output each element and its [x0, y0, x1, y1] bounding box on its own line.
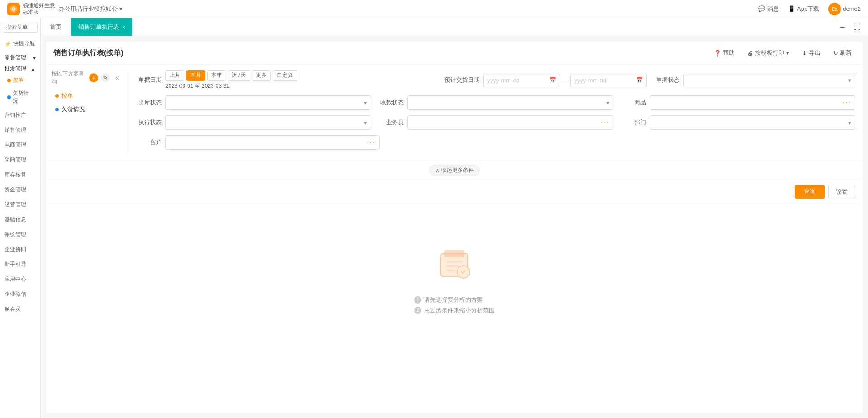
tab-home[interactable]: 首页	[41, 18, 71, 36]
sidebar: ⚡ 快捷导航 零售管理 ▾ 批发管理 ▲ 按单 欠货情况 营销推广 销售管理 电…	[0, 18, 41, 418]
receive-status-select[interactable]: ▾	[407, 95, 613, 110]
scheme-dot-blue	[55, 108, 59, 111]
svg-rect-3	[446, 261, 462, 262]
refresh-btn[interactable]: ↻ 刷新	[830, 47, 855, 59]
filter-row-1: 单据日期 上月 本月 本年 近7天 更多 自定义	[135, 70, 855, 90]
goods-dots-icon[interactable]: ···	[843, 99, 851, 107]
sidebar-section-wholesale[interactable]: 批发管理 ▲	[0, 62, 40, 74]
bill-status-select[interactable]: ▾	[683, 73, 855, 87]
tab-sales-order[interactable]: 销售订单执行表 ×	[71, 18, 132, 36]
out-status-chevron: ▾	[364, 100, 367, 106]
sidebar-item-newuser[interactable]: 新手引导	[0, 257, 40, 272]
department-label: 部门	[619, 119, 646, 127]
sidebar-item-purchase[interactable]: 采购管理	[0, 152, 40, 167]
expected-start-input[interactable]: yyyy-mm-dd 📅	[483, 73, 560, 87]
goods-select[interactable]: ···	[650, 95, 855, 110]
salesperson-select[interactable]: ···	[407, 115, 613, 130]
sidebar-item-system[interactable]: 系统管理	[0, 227, 40, 242]
expected-end-input[interactable]: yyyy-mm-dd 📅	[570, 73, 647, 87]
date-tag-this-month[interactable]: 本月	[186, 70, 205, 81]
sidebar-item-sales[interactable]: 销售管理	[0, 123, 40, 138]
filter-receive-status-field: 收款状态 ▾	[377, 95, 613, 110]
add-scheme-btn[interactable]: +	[89, 73, 98, 82]
collapse-scheme-btn[interactable]: «	[113, 73, 122, 82]
sidebar-item-finance[interactable]: 资金管理	[0, 182, 40, 197]
department-select[interactable]: ▾	[650, 115, 855, 130]
goods-label: 商品	[619, 99, 646, 107]
date-tag-last-month[interactable]: 上月	[165, 70, 184, 81]
filter-exec-status-field: 执行状态 ▾	[135, 115, 371, 130]
sidebar-section-retail[interactable]: 零售管理 ▾	[0, 51, 40, 62]
filter-row-4: 客户 ···	[135, 135, 855, 150]
tab-minimize-btn[interactable]: ─	[837, 22, 848, 33]
date-tag-more[interactable]: 更多	[252, 70, 271, 81]
exec-status-chevron: ▾	[364, 119, 367, 126]
salesperson-label: 业务员	[377, 119, 404, 127]
empty-illustration	[432, 240, 477, 285]
calendar-start-icon: 📅	[549, 77, 556, 83]
app-selector[interactable]: 办公用品行业模拟账套 ▾	[59, 5, 123, 13]
bill-status-label: 单据状态	[652, 76, 679, 84]
date-tag-row: 上月 本月 本年 近7天 更多 自定义	[165, 70, 439, 81]
refresh-icon: ↻	[833, 50, 838, 57]
sidebar-item-ecommerce[interactable]: 电商管理	[0, 138, 40, 152]
tab-maximize-btn[interactable]: ⛶	[852, 22, 863, 33]
date-separator: —	[562, 76, 568, 84]
scheme-item-order[interactable]: 按单	[52, 89, 122, 103]
filter-customer-field: 客户 ···	[135, 135, 380, 150]
date-tag-7days[interactable]: 近7天	[228, 70, 250, 81]
export-icon: ⬇	[802, 50, 807, 57]
message-action[interactable]: 💬 消息	[758, 5, 779, 13]
edit-scheme-btn[interactable]: ✎	[101, 73, 110, 82]
exec-status-label: 执行状态	[135, 119, 162, 127]
exec-status-select[interactable]: ▾	[165, 115, 371, 130]
out-status-select[interactable]: ▾	[165, 95, 371, 110]
sidebar-search-area	[0, 18, 40, 36]
department-chevron: ▾	[848, 119, 851, 126]
app-selector-chevron: ▾	[119, 5, 123, 12]
scheme-item-debt[interactable]: 欠货情况	[52, 103, 122, 116]
customer-label: 客户	[135, 138, 162, 147]
sidebar-item-enterprise[interactable]: 企业协同	[0, 242, 40, 257]
search-input[interactable]	[3, 22, 38, 33]
empty-tip-1: 1 请先选择要分析的方案	[414, 294, 495, 305]
order-dot-icon	[7, 79, 11, 82]
query-btn[interactable]: 查询	[795, 185, 825, 199]
filter-section: 按以下方案查询 + ✎ « 按单	[46, 65, 863, 161]
filter-salesperson-field: 业务员 ···	[377, 115, 613, 130]
expected-date-label: 预计交货日期	[444, 76, 480, 84]
sidebar-item-apps[interactable]: 应用中心	[0, 272, 40, 287]
svg-rect-4	[446, 265, 459, 267]
sidebar-sub-debt[interactable]: 欠货情况	[0, 87, 40, 108]
app-selector-label: 办公用品行业模拟账套	[59, 5, 118, 13]
sidebar-item-member[interactable]: 畅会员	[0, 302, 40, 317]
print-btn[interactable]: 🖨 按模板打印 ▾	[744, 47, 793, 59]
date-label: 单据日期	[135, 76, 162, 84]
date-tag-custom[interactable]: 自定义	[273, 70, 297, 81]
sidebar-sub-order[interactable]: 按单	[0, 74, 40, 87]
sidebar-item-basic[interactable]: 基础信息	[0, 212, 40, 227]
salesperson-dots-icon[interactable]: ···	[600, 119, 609, 127]
quick-nav-icon: ⚡	[5, 41, 11, 47]
user-area[interactable]: Ea demo2	[828, 3, 861, 15]
customer-dots-icon[interactable]: ···	[367, 138, 376, 147]
scheme-actions: + ✎ «	[89, 73, 122, 82]
top-bar: 畅捷通好生意 标准版 办公用品行业模拟账套 ▾ 💬 消息 📱 App下载 Ea …	[0, 0, 868, 18]
sidebar-item-operation[interactable]: 经营管理	[0, 197, 40, 212]
receive-status-chevron: ▾	[606, 100, 609, 106]
sidebar-item-wechat[interactable]: 企业微信	[0, 287, 40, 302]
app-download-action[interactable]: 📱 App下载	[788, 5, 819, 13]
collapse-btn[interactable]: ∧ 收起更多条件	[429, 165, 480, 176]
filter-fields-panel: 单据日期 上月 本月 本年 近7天 更多 自定义	[127, 70, 863, 155]
sidebar-item-marketing[interactable]: 营销推广	[0, 108, 40, 123]
tab-close-icon[interactable]: ×	[122, 24, 125, 30]
export-btn[interactable]: ⬇ 导出	[798, 47, 824, 59]
main-layout: ⚡ 快捷导航 零售管理 ▾ 批发管理 ▲ 按单 欠货情况 营销推广 销售管理 电…	[0, 18, 868, 418]
sidebar-item-inventory[interactable]: 库存核算	[0, 167, 40, 182]
customer-select[interactable]: ···	[165, 135, 380, 150]
user-name: demo2	[843, 5, 861, 12]
help-btn[interactable]: ❓ 帮助	[710, 47, 738, 59]
setting-btn[interactable]: 设置	[828, 185, 855, 199]
sidebar-item-quick-nav[interactable]: ⚡ 快捷导航	[0, 36, 40, 51]
date-tag-this-year[interactable]: 本年	[207, 70, 226, 81]
